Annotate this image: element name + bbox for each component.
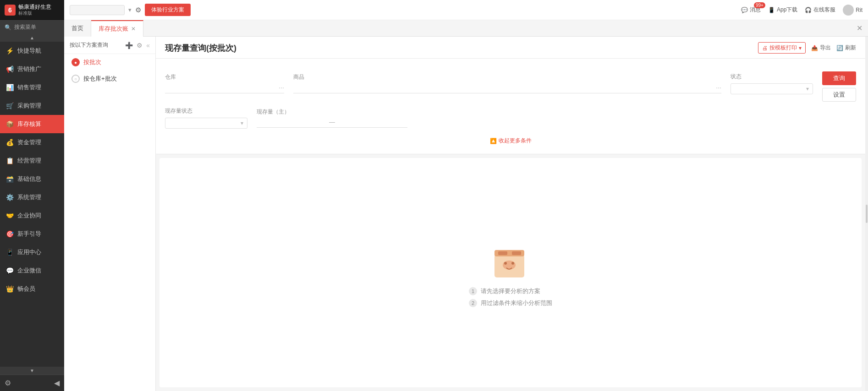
sidebar-icon-guide: 🎯 xyxy=(5,230,14,238)
messages-btn[interactable]: 💬 消息 99+ xyxy=(741,6,761,14)
sidebar-item-enterprise[interactable]: 🤝 企业协同 xyxy=(0,206,64,225)
sidebar-item-sales[interactable]: 📊 销售管理 xyxy=(0,78,64,97)
tab-home[interactable]: 首页 xyxy=(64,20,91,37)
query-btn[interactable]: 查询 xyxy=(822,71,856,85)
product-input-wrap[interactable]: ··· xyxy=(293,84,721,93)
collapse-filter-btn[interactable]: 🔼 收起更多条件 xyxy=(165,134,856,147)
status-field: 状态 ▾ xyxy=(731,73,813,94)
sidebar-item-inventory[interactable]: 📦 库存核算 xyxy=(0,115,64,133)
filter-row-2: 现存量状态 ▾ 现存量（主） — xyxy=(165,107,856,129)
sidebar-label-purchase: 采购管理 xyxy=(17,102,41,110)
sidebar-item-basic[interactable]: 🗃️ 基础信息 xyxy=(0,170,64,188)
search-label: 搜索菜单 xyxy=(14,23,36,31)
sidebar-item-operations[interactable]: 📋 经营管理 xyxy=(0,152,64,170)
warehouse-input-wrap[interactable]: ··· xyxy=(165,84,284,93)
headset-icon: 🎧 xyxy=(805,7,812,13)
empty-svg xyxy=(490,239,531,280)
settings-btn[interactable]: 设置 xyxy=(822,88,856,102)
sidebar: 6 畅康通好生意 标准版 🔍 搜索菜单 ▲ ⚡ 快捷导航 📢 营销推广 📊 销售… xyxy=(0,0,64,391)
sidebar-label-member: 畅会员 xyxy=(17,285,35,293)
empty-state: 1 请先选择要分析的方案 2 用过滤条件来缩小分析范围 xyxy=(159,158,862,387)
app-version: 标准版 xyxy=(18,10,51,16)
scroll-down-arrow[interactable]: ▼ xyxy=(0,367,64,375)
sidebar-icon-member: 👑 xyxy=(5,285,14,293)
sidebar-header: 6 畅康通好生意 标准版 xyxy=(0,0,64,21)
left-panel: 按以下方案查询 ➕ ⚙ « ● 按批次 ○ 按仓库+批次 xyxy=(64,37,156,391)
scroll-thumb[interactable] xyxy=(866,205,868,223)
collapse-filter-label: 收起更多条件 xyxy=(499,137,532,145)
page-header-actions: 🖨 按模板打印 ▾ 📤 导出 🔄 刷新 xyxy=(758,42,856,54)
sidebar-label-shortcut: 快捷导航 xyxy=(17,47,41,55)
message-icon: 💬 xyxy=(741,7,748,13)
sidebar-label-wechat: 企业微信 xyxy=(17,266,41,275)
user-name: Rit xyxy=(856,7,863,13)
experience-btn[interactable]: 体验行业方案 xyxy=(145,4,191,16)
user-profile-btn[interactable]: Rit xyxy=(843,5,863,16)
topbar-dropdown-icon[interactable]: ▾ xyxy=(128,6,132,13)
tab-inventory-batch-label: 库存批次账 xyxy=(99,25,128,33)
online-service-btn[interactable]: 🎧 在线客服 xyxy=(805,6,835,14)
inventory-qty-from[interactable] xyxy=(257,119,325,125)
inventory-qty-to[interactable] xyxy=(339,119,407,125)
close-all-tabs-btn[interactable]: ✕ xyxy=(851,24,868,33)
warehouse-dots-btn[interactable]: ··· xyxy=(279,84,284,91)
status-dropdown[interactable]: ▾ xyxy=(731,83,813,94)
sidebar-item-guide[interactable]: 🎯 新手引导 xyxy=(0,225,64,243)
hint-1-num: 1 xyxy=(469,287,477,295)
sidebar-label-system: 系统管理 xyxy=(17,193,41,201)
sidebar-nav: ⚡ 快捷导航 📢 营销推广 📊 销售管理 🛒 采购管理 📦 库存核算 💰 资金管… xyxy=(0,42,64,367)
inventory-status-field: 现存量状态 ▾ xyxy=(165,107,247,129)
product-dots-btn[interactable]: ··· xyxy=(716,84,721,91)
tab-home-label: 首页 xyxy=(71,24,83,33)
sidebar-item-member[interactable]: 👑 畅会员 xyxy=(0,280,64,298)
tab-close-icon[interactable]: ✕ xyxy=(131,26,136,32)
scroll-up-arrow[interactable]: ▲ xyxy=(0,34,64,42)
sidebar-item-purchase[interactable]: 🛒 采购管理 xyxy=(0,97,64,115)
collapse-sidebar-icon[interactable]: ◀ xyxy=(54,379,60,387)
sidebar-icon-inventory: 📦 xyxy=(5,120,14,128)
settings-icon[interactable]: ⚙ xyxy=(5,379,11,387)
sidebar-item-apps[interactable]: 📱 应用中心 xyxy=(0,243,64,261)
hint-1-text: 请先选择要分析的方案 xyxy=(481,287,540,295)
refresh-btn[interactable]: 🔄 刷新 xyxy=(836,44,856,52)
inventory-status-label: 现存量状态 xyxy=(165,107,247,115)
sidebar-item-wechat[interactable]: 💬 企业微信 xyxy=(0,261,64,280)
scheme-by-batch[interactable]: ● 按批次 xyxy=(64,54,155,71)
messages-badge: 99+ xyxy=(754,2,765,8)
page-header-top: 现存量查询(按批次) 🖨 按模板打印 ▾ 📤 导出 🔄 xyxy=(165,42,856,58)
sidebar-item-marketing[interactable]: 📢 营销推广 xyxy=(0,60,64,78)
sidebar-icon-wechat: 💬 xyxy=(5,266,14,275)
topbar-gear-icon[interactable]: ⚙ xyxy=(135,6,141,14)
inventory-status-dropdown[interactable]: ▾ xyxy=(165,118,247,129)
search-icon: 🔍 xyxy=(5,24,11,31)
svg-rect-2 xyxy=(498,251,507,255)
page-header: 现存量查询(按批次) 🖨 按模板打印 ▾ 📤 导出 🔄 xyxy=(156,37,865,59)
sidebar-item-finance[interactable]: 💰 资金管理 xyxy=(0,133,64,152)
warehouse-label: 仓库 xyxy=(165,73,284,81)
scheme-inactive-indicator: ○ xyxy=(71,75,80,83)
inventory-qty-dash: — xyxy=(329,119,335,125)
scheme-settings-btn[interactable]: ⚙ xyxy=(137,42,143,49)
export-btn[interactable]: 📤 导出 xyxy=(811,44,831,52)
tab-inventory-batch[interactable]: 库存批次账 ✕ xyxy=(91,20,143,37)
scheme-by-warehouse-batch[interactable]: ○ 按仓库+批次 xyxy=(64,71,155,87)
warehouse-field: 仓库 ··· xyxy=(165,73,284,93)
right-scrollbar xyxy=(865,37,868,391)
avatar xyxy=(843,5,854,16)
sidebar-item-shortcut[interactable]: ⚡ 快捷导航 xyxy=(0,42,64,60)
add-scheme-btn[interactable]: ➕ xyxy=(125,42,133,49)
scheme-panel-title: 按以下方案查询 xyxy=(70,41,108,49)
print-btn[interactable]: 🖨 按模板打印 ▾ xyxy=(758,42,806,54)
print-dropdown-icon[interactable]: ▾ xyxy=(799,45,802,51)
online-service-label: 在线客服 xyxy=(813,6,835,14)
topbar-search-input[interactable] xyxy=(70,5,125,15)
scheme-by-batch-label: 按批次 xyxy=(83,58,101,66)
sidebar-item-system[interactable]: ⚙️ 系统管理 xyxy=(0,188,64,206)
app-download-btn[interactable]: 📱 App下载 xyxy=(768,6,797,14)
collapse-panel-btn[interactable]: « xyxy=(146,42,150,49)
phone-icon: 📱 xyxy=(768,7,775,13)
sidebar-label-sales: 销售管理 xyxy=(17,83,41,92)
sidebar-search[interactable]: 🔍 搜索菜单 xyxy=(0,21,64,34)
app-logo: 6 xyxy=(5,5,16,16)
main-area: ▾ ⚙ 体验行业方案 💬 消息 99+ 📱 App下载 🎧 在线客服 Rit xyxy=(64,0,868,391)
